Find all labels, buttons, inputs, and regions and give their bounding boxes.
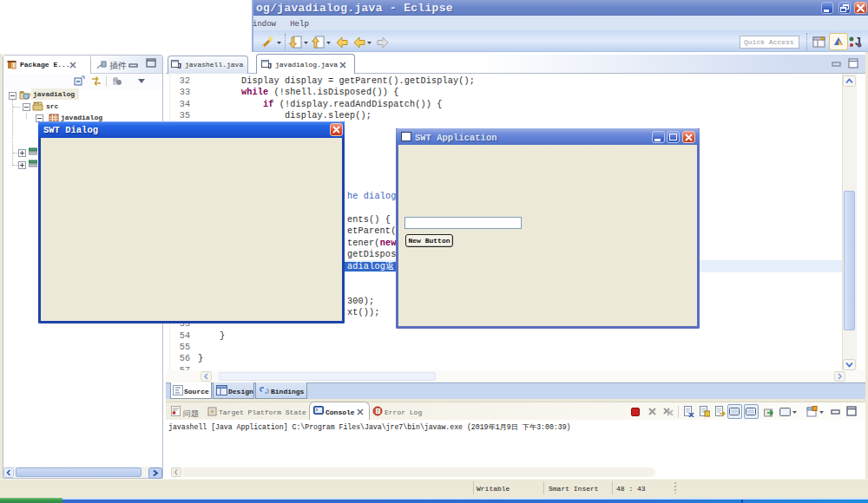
svg-text:J: J: [267, 62, 272, 69]
svg-text:J: J: [177, 62, 181, 69]
